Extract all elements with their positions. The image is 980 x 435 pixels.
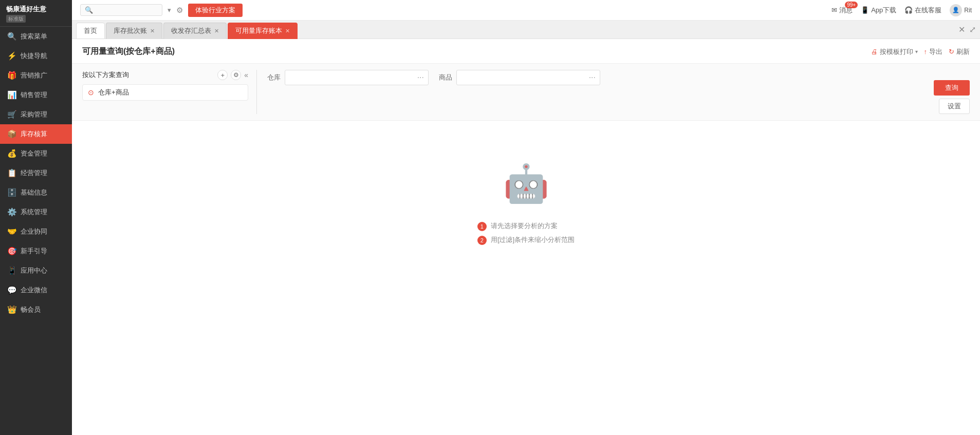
topbar: 🔍 ▾ ⚙ 体验行业方案 ✉ 消息 99+ 📱 App下载 🎧 在线客服 👤 R… — [72, 0, 980, 21]
tab-close-batch[interactable]: ✕ — [150, 28, 155, 34]
chevron-down-icon[interactable]: ▾ — [915, 49, 918, 54]
tab-home[interactable]: 首页 — [76, 23, 105, 39]
gear-icon[interactable]: ⚙ — [176, 6, 183, 15]
tabs-actions: ✕ ⤢ — [958, 25, 976, 34]
sidebar-item-member[interactable]: 👑 畅会员 — [0, 300, 72, 319]
shortcut-icon: ⚡ — [7, 51, 16, 61]
empty-robot-icon: 🤖 — [501, 162, 552, 205]
chart-icon: 📊 — [7, 90, 16, 100]
sidebar-item-sales[interactable]: 📊 销售管理 — [0, 85, 72, 105]
dropdown-icon[interactable]: ▾ — [168, 6, 171, 14]
sidebar-item-inventory[interactable]: 📦 库存核算 — [0, 124, 72, 144]
phone-icon: 📱 — [861, 6, 869, 14]
page-title: 可用量查询(按仓库+商品) — [82, 46, 175, 57]
sidebar-item-marketing[interactable]: 🎁 营销推广 — [0, 66, 72, 85]
sidebar-header: 畅康通好生意 标准版 — [0, 0, 72, 27]
tabs-bar: 首页 库存批次账 ✕ 收发存汇总表 ✕ 可用量库存账本 ✕ ✕ ⤢ — [72, 21, 980, 39]
sidebar-item-shortcut[interactable]: ⚡ 快捷导航 — [0, 46, 72, 66]
tip-number-2: 2 — [477, 236, 487, 245]
settings-button[interactable]: 设置 — [939, 99, 970, 114]
sidebar-item-enterprise[interactable]: 🤝 企业协同 — [0, 222, 72, 241]
refresh-icon: ↻ — [949, 48, 954, 55]
sidebar: 畅康通好生意 标准版 🔍 搜索菜单 ⚡ 快捷导航 🎁 营销推广 📊 销售管理 🛒… — [0, 0, 72, 435]
clipboard-icon: 📋 — [7, 168, 16, 178]
gift-icon: 🎁 — [7, 71, 16, 80]
export-button[interactable]: ↑ 导出 — [924, 47, 943, 56]
query-scheme-panel: 按以下方案查询 + ⚙ « ⊙ 仓库+商品 — [82, 70, 257, 114]
handshake-icon: 🤝 — [7, 227, 16, 236]
settings-scheme-button[interactable]: ⚙ — [231, 70, 241, 80]
sidebar-item-newbie[interactable]: 🎯 新手引导 — [0, 241, 72, 261]
query-scheme-title: 按以下方案查询 — [82, 70, 129, 80]
tab-summary[interactable]: 收发存汇总表 ✕ — [163, 23, 227, 39]
warehouse-more-icon[interactable]: ··· — [417, 73, 424, 82]
query-scheme-header: 按以下方案查询 + ⚙ « — [82, 70, 248, 80]
tab-available[interactable]: 可用量库存账本 ✕ — [228, 23, 298, 39]
filter-product: 商品 ··· — [439, 70, 600, 85]
refresh-button[interactable]: ↻ 刷新 — [949, 47, 970, 56]
database-icon: 🗄️ — [7, 188, 16, 197]
money-icon: 💰 — [7, 149, 16, 158]
tab-close-summary[interactable]: ✕ — [214, 28, 219, 34]
chat-icon: 💬 — [7, 286, 16, 295]
query-button[interactable]: 查询 — [934, 80, 970, 96]
filter-row: 仓库 ··· 商品 ··· — [267, 70, 926, 85]
sidebar-item-finance[interactable]: 💰 资金管理 — [0, 144, 72, 163]
user-avatar[interactable]: 👤 Rit — [950, 4, 972, 16]
page-content: 可用量查询(按仓库+商品) 🖨 按模板打印 ▾ ↑ 导出 ↻ 刷新 — [72, 39, 980, 435]
tab-batch[interactable]: 库存批次账 ✕ — [106, 23, 162, 39]
box-icon: 📦 — [7, 129, 16, 139]
close-window-button[interactable]: ✕ — [958, 25, 965, 34]
topbar-search-box[interactable]: 🔍 — [80, 4, 162, 16]
trial-button[interactable]: 体验行业方案 — [188, 4, 243, 17]
warehouse-input[interactable]: ··· — [285, 70, 429, 85]
print-icon: 🖨 — [871, 48, 878, 55]
sidebar-item-purchase[interactable]: 🛒 采购管理 — [0, 105, 72, 124]
export-icon: ↑ — [924, 48, 928, 55]
empty-tips: 1 请先选择要分析的方案 2 用[过滤]条件来缩小分析范围 — [477, 221, 575, 245]
tip-number-1: 1 — [477, 222, 487, 231]
search-input[interactable] — [95, 7, 146, 14]
product-input[interactable]: ··· — [456, 70, 600, 85]
search-icon: 🔍 — [7, 32, 16, 41]
sidebar-item-search[interactable]: 🔍 搜索菜单 — [0, 27, 72, 46]
sidebar-menu: 🔍 搜索菜单 ⚡ 快捷导航 🎁 营销推广 📊 销售管理 🛒 采购管理 📦 库存核… — [0, 27, 72, 435]
search-icon: 🔍 — [85, 6, 93, 14]
warehouse-label: 仓库 — [267, 73, 281, 82]
scheme-item[interactable]: ⊙ 仓库+商品 — [82, 84, 248, 101]
filter-warehouse: 仓库 ··· — [267, 70, 429, 85]
product-label: 商品 — [439, 73, 452, 82]
scheme-icon: ⊙ — [88, 88, 94, 97]
add-scheme-button[interactable]: + — [217, 70, 228, 80]
print-button[interactable]: 🖨 按模板打印 ▾ — [871, 47, 918, 56]
message-badge: 99+ — [845, 2, 858, 8]
query-filter-area: 仓库 ··· 商品 ··· — [257, 70, 926, 114]
topbar-right: ✉ 消息 99+ 📱 App下载 🎧 在线客服 👤 Rit — [831, 4, 972, 16]
headset-icon: 🎧 — [904, 6, 913, 14]
query-scheme-actions: + ⚙ « — [217, 70, 248, 80]
scheme-label: 仓库+商品 — [98, 88, 129, 97]
avatar-icon: 👤 — [950, 4, 962, 16]
message-icon: ✉ — [831, 6, 837, 14]
message-button[interactable]: ✉ 消息 99+ — [831, 6, 853, 15]
empty-state: 🤖 1 请先选择要分析的方案 2 用[过滤]条件来缩小分析范围 — [72, 121, 980, 286]
product-more-icon[interactable]: ··· — [589, 73, 596, 82]
tab-close-available[interactable]: ✕ — [285, 28, 290, 34]
target-icon: 🎯 — [7, 247, 16, 256]
query-button-area: 查询 设置 — [926, 70, 970, 114]
online-service-button[interactable]: 🎧 在线客服 — [904, 6, 941, 15]
sidebar-item-basic[interactable]: 🗄️ 基础信息 — [0, 183, 72, 202]
expand-button[interactable]: ⤢ — [969, 25, 976, 34]
crown-icon: 👑 — [7, 305, 16, 314]
sidebar-item-system[interactable]: ⚙️ 系统管理 — [0, 202, 72, 222]
collapse-panel-button[interactable]: « — [244, 71, 248, 79]
settings-icon: ⚙️ — [7, 207, 16, 217]
sidebar-item-wechat[interactable]: 💬 企业微信 — [0, 280, 72, 300]
query-area: 按以下方案查询 + ⚙ « ⊙ 仓库+商品 仓库 — [72, 64, 980, 121]
sidebar-item-operation[interactable]: 📋 经营管理 — [0, 163, 72, 183]
phone-icon: 📱 — [7, 266, 16, 275]
empty-tip-2: 2 用[过滤]条件来缩小分析范围 — [477, 235, 575, 245]
app-download-button[interactable]: 📱 App下载 — [861, 6, 896, 15]
sidebar-item-appstore[interactable]: 📱 应用中心 — [0, 261, 72, 280]
empty-illustration: 🤖 — [501, 162, 552, 213]
